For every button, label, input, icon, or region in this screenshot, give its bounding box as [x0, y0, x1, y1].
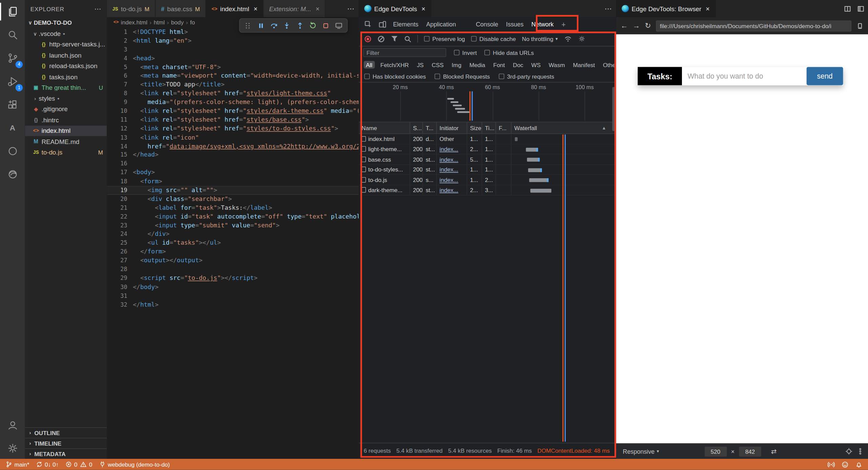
inspect-icon[interactable] — [364, 20, 372, 28]
explorer-item-gitignore[interactable]: ◆.gitignore — [25, 104, 107, 115]
filter-chip-css[interactable]: CSS — [429, 61, 446, 68]
column-header-ti[interactable]: Ti... — [482, 122, 496, 134]
broadcast-icon[interactable] — [828, 461, 835, 468]
tool-tab-application[interactable]: Application — [426, 21, 456, 28]
filter-chip-font[interactable]: Font — [491, 61, 507, 68]
code-line[interactable]: 4<head> — [107, 54, 359, 63]
network-conditions-icon[interactable] — [564, 35, 572, 42]
explorer-item-readme-md[interactable]: MREADME.md — [25, 136, 107, 147]
checkbox-has-blocked-cookies[interactable]: Has blocked cookies — [364, 73, 426, 80]
editor-tab-index-html[interactable]: <>index.html× — [206, 0, 264, 17]
search-activity-icon[interactable] — [0, 28, 25, 42]
back-icon[interactable]: ← — [621, 22, 628, 30]
editor-tab-to-do-js[interactable]: JSto-do.jsM — [107, 0, 156, 17]
sync-item[interactable]: 0↓ 0↑ — [36, 461, 59, 468]
explorer-item-hintrc[interactable]: {}.hintrc — [25, 115, 107, 125]
explorer-item-index-html[interactable]: <>index.html — [25, 125, 107, 136]
cell-init[interactable]: index... — [437, 165, 467, 175]
network-request-row-light-theme[interactable]: light-theme...200st...index...2...1... — [359, 144, 616, 154]
column-header-t[interactable]: T... — [423, 122, 437, 134]
code-line[interactable]: 31 — [107, 291, 359, 300]
code-line[interactable]: 18 <form> — [107, 177, 359, 186]
device-toolbar-icon[interactable] — [379, 20, 386, 28]
settings-gear-icon[interactable] — [0, 441, 25, 455]
code-line[interactable]: 20 <div class="searchbar"> — [107, 195, 359, 204]
pause-icon[interactable] — [255, 20, 267, 31]
checkbox-blocked-requests[interactable]: Blocked Requests — [435, 73, 490, 80]
record-button[interactable] — [364, 35, 371, 42]
column-header-waterfall[interactable]: Waterfall▲ — [511, 122, 609, 134]
column-header-name[interactable]: Name — [359, 122, 410, 134]
code-line[interactable]: 22 <input id="task" autocomplete="off" t… — [107, 212, 359, 221]
problems-item[interactable]: 0 0 — [65, 461, 93, 468]
invert-checkbox[interactable]: Invert — [454, 49, 477, 56]
account-icon[interactable] — [0, 418, 25, 432]
explorer-item-the-great-thin[interactable]: ▣The great thin...U — [25, 82, 107, 93]
edge-devtools-activity-icon[interactable] — [0, 167, 25, 181]
tool-tab-network[interactable]: Network — [531, 21, 554, 28]
split-editor-icon[interactable] — [844, 5, 851, 13]
code-line[interactable]: 30</body> — [107, 283, 359, 291]
drag-handle-icon[interactable] — [242, 20, 254, 31]
explorer-activity-icon[interactable] — [0, 4, 25, 19]
device-emulation-icon[interactable] — [856, 22, 864, 30]
close-icon[interactable]: × — [422, 5, 425, 13]
code-line[interactable]: 15</head> — [107, 151, 359, 160]
filter-chip-manifest[interactable]: Manifest — [571, 61, 597, 68]
explorer-item-to-do-js[interactable]: JSto-do.jsM — [25, 147, 107, 158]
feedback-smiley-icon[interactable] — [842, 461, 849, 468]
debug-session-item[interactable]: webdebug (demo-to-do) — [99, 461, 170, 468]
scrollbar-thumb[interactable] — [612, 87, 615, 131]
explorer-more-icon[interactable]: ⋯ — [94, 5, 101, 13]
more-vertical-icon[interactable] — [859, 448, 862, 455]
filter-input[interactable] — [363, 48, 446, 57]
settings-gear-icon[interactable] — [578, 35, 585, 43]
code-line[interactable]: 3 — [107, 45, 359, 54]
network-request-row-index-html[interactable]: index.html200d...Other1...1... — [359, 134, 616, 144]
editor-tab-extension-m[interactable]: Extension: M...× — [264, 0, 326, 17]
code-line[interactable]: 25 <ul id="tasks"></ul> — [107, 239, 359, 248]
cell-init[interactable]: index... — [437, 185, 467, 195]
search-icon[interactable] — [404, 35, 411, 42]
extensions-activity-icon[interactable] — [0, 97, 25, 111]
network-request-row-dark-theme[interactable]: dark-theme...200st...index...2...3... — [359, 185, 616, 195]
throttling-dropdown[interactable]: No throttling ▾ — [522, 36, 558, 42]
branch-item[interactable]: main* — [5, 461, 29, 468]
cell-init[interactable]: index... — [437, 155, 467, 164]
code-line[interactable]: 5 <meta charset="UTF-8"> — [107, 63, 359, 71]
filter-chip-js[interactable]: JS — [415, 61, 426, 68]
run-debug-activity-icon[interactable]: 1 — [0, 74, 25, 88]
explorer-item-styles[interactable]: ›styles● — [25, 93, 107, 104]
code-line[interactable]: 16 — [107, 160, 359, 168]
code-line[interactable]: 12 <link rel="stylesheet" href="styles/t… — [107, 124, 359, 133]
source-control-activity-icon[interactable]: 4 — [0, 51, 25, 65]
editor-tab-base-css[interactable]: #base.cssM — [156, 0, 206, 17]
network-overview[interactable]: 20 ms40 ms60 ms80 ms100 ms — [359, 82, 616, 122]
sort-asc-icon[interactable]: ▲ — [602, 125, 606, 130]
filter-chip-fetch-xhr[interactable]: Fetch/XHR — [378, 61, 411, 68]
filter-chip-doc[interactable]: Doc — [511, 61, 526, 68]
tool-tab-elements[interactable]: Elements — [393, 21, 419, 28]
step-into-icon[interactable] — [281, 20, 292, 31]
tab-edge-devtools-browser[interactable]: Edge DevTools: Browser × — [616, 0, 716, 17]
code-line[interactable]: 11 <link rel="stylesheet" href="styles/b… — [107, 116, 359, 124]
code-line[interactable]: 26 </form> — [107, 248, 359, 257]
section-timeline[interactable]: ›TIMELINE — [25, 438, 107, 448]
column-header-size[interactable]: Size — [467, 122, 482, 134]
checkbox-3rd-party-requests[interactable]: 3rd-party requests — [499, 73, 554, 80]
code-line[interactable]: 24 </div> — [107, 230, 359, 239]
explorer-root-folder[interactable]: ∨ DEMO-TO-DO — [25, 17, 107, 28]
reload-icon[interactable]: ↻ — [645, 22, 651, 30]
code-line[interactable]: 27 <output></output> — [107, 256, 359, 265]
tab-edge-devtools[interactable]: Edge DevTools × — [359, 0, 431, 17]
network-request-row-to-do-styles[interactable]: to-do-styles...200st...index...1...1... — [359, 165, 616, 175]
code-line[interactable]: 6 <meta name="viewport" content="width=d… — [107, 71, 359, 80]
explorer-item-launch-json[interactable]: {}launch.json — [25, 50, 107, 61]
inspect-crosshair-icon[interactable] — [845, 448, 852, 455]
code-line[interactable]: 23 <input type="submit" value="send"> — [107, 221, 359, 230]
restart-icon[interactable] — [307, 20, 319, 31]
disable-cache-checkbox[interactable]: Disable cache — [471, 36, 516, 42]
code-line[interactable]: 32</html> — [107, 300, 359, 309]
devtools-more-icon[interactable]: ⋯ — [605, 0, 612, 17]
cell-init[interactable]: index... — [437, 144, 467, 154]
